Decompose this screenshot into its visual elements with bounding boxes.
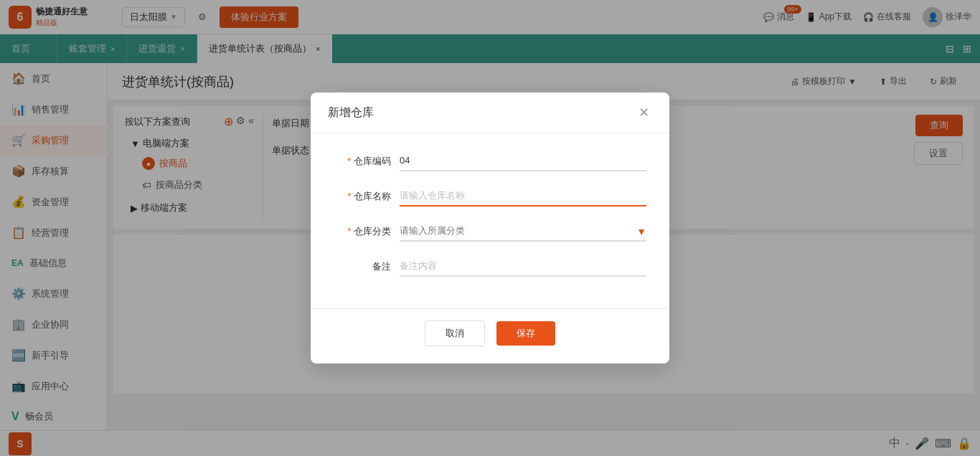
add-warehouse-modal: 新增仓库 ✕ 仓库编码 仓库名称 仓库分类 ▼ [311, 92, 669, 364]
modal-overlay: 新增仓库 ✕ 仓库编码 仓库名称 仓库分类 ▼ [0, 0, 980, 456]
save-button[interactable]: 保存 [496, 321, 555, 346]
modal-footer: 取消 保存 [311, 308, 669, 364]
note-field-row: 备注 [334, 256, 646, 277]
name-field-row: 仓库名称 [334, 186, 646, 206]
category-field-row: 仓库分类 ▼ [334, 221, 646, 242]
name-input[interactable] [400, 186, 646, 206]
modal-header: 新增仓库 ✕ [311, 92, 669, 133]
name-label: 仓库名称 [334, 190, 391, 203]
cancel-button[interactable]: 取消 [425, 320, 485, 346]
code-label: 仓库编码 [334, 155, 391, 168]
note-input[interactable] [400, 256, 646, 277]
modal-close-button[interactable]: ✕ [635, 104, 652, 121]
category-label: 仓库分类 [334, 225, 391, 238]
modal-title: 新增仓库 [328, 105, 374, 120]
category-input[interactable] [400, 221, 646, 242]
code-input[interactable] [400, 151, 646, 171]
code-field-row: 仓库编码 [334, 151, 646, 171]
note-label: 备注 [334, 260, 391, 273]
modal-body: 仓库编码 仓库名称 仓库分类 ▼ 备注 [311, 133, 669, 308]
category-select-wrapper: ▼ [400, 221, 646, 242]
